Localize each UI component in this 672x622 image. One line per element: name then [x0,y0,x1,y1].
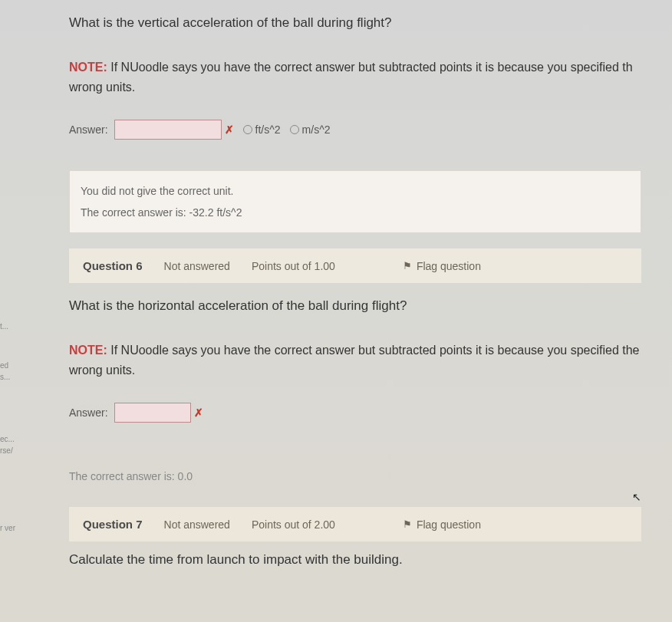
quiz-page: What is the vertical acceleration of the… [31,0,672,575]
question-status: Not answered [164,518,230,531]
radio-icon [290,125,299,134]
question-5-body: What is the vertical acceleration of the… [31,0,672,170]
question-number: Question 7 [83,518,143,531]
unit-option-mps2[interactable]: m/s^2 [290,123,331,136]
flag-icon: ⚑ [403,260,412,272]
question-7-body: Calculate the time from launch to impact… [31,541,672,575]
question-7-header: Question 7 Not answered Points out of 2.… [69,507,641,541]
question-status: Not answered [164,260,230,272]
question-5-answer-row: Answer: ✗ ft/s^2 m/s^2 [69,120,641,140]
question-6-answer-input[interactable] [114,403,191,423]
question-points: Points out of 2.00 [252,518,335,531]
question-6-header: Question 6 Not answered Points out of 1.… [69,248,641,283]
question-6-text: What is the horizontal acceleration of t… [69,298,641,314]
question-6-answer-row: Answer: ✗ [69,403,641,423]
note-tail: wrong units. [69,364,135,377]
note-body: If NUoodle says you have the correct ans… [110,61,632,74]
incorrect-x-icon: ✗ [194,406,203,419]
note-label: NOTE: [69,344,107,357]
question-6-feedback: The correct answer is: 0.0 [69,461,641,492]
note-tail: wrong units. [69,81,135,94]
answer-label: Answer: [69,123,108,136]
question-6-note: NOTE: If NUoodle says you have the corre… [69,341,641,380]
radio-icon [243,125,252,134]
question-points: Points out of 1.00 [252,260,335,272]
unit-option-ftps2[interactable]: ft/s^2 [243,123,281,136]
question-5-feedback: You did not give the correct unit. The c… [69,170,641,233]
note-body: If NUoodle says you have the correct ans… [110,344,639,357]
note-label: NOTE: [69,61,107,74]
flag-question-link[interactable]: ⚑ Flag question [403,518,481,531]
left-margin-ghost-text: t... ed s... ec... rse/ r ver... [0,0,15,622]
question-7-text: Calculate the time from launch to impact… [69,552,641,568]
question-6-body: What is the horizontal acceleration of t… [31,283,672,461]
answer-label: Answer: [69,406,108,419]
flag-icon: ⚑ [403,518,412,530]
question-5-answer-input[interactable] [114,120,222,140]
question-number: Question 6 [83,259,143,272]
question-5-text: What is the vertical acceleration of the… [69,15,641,31]
feedback-line-1: You did not give the correct unit. [81,180,630,202]
question-5-note: NOTE: If NUoodle says you have the corre… [69,58,641,97]
mouse-cursor-icon: ↖ [632,491,641,503]
incorrect-x-icon: ✗ [225,123,234,136]
flag-question-link[interactable]: ⚑ Flag question [403,260,481,272]
feedback-line-2: The correct answer is: -32.2 ft/s^2 [81,202,630,223]
